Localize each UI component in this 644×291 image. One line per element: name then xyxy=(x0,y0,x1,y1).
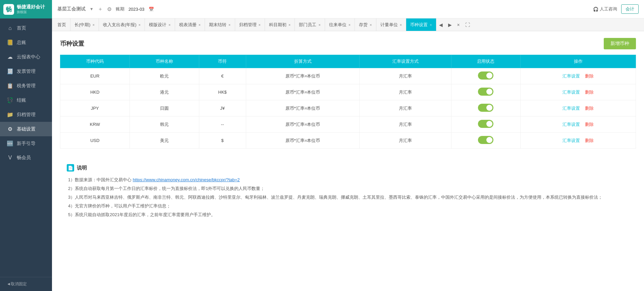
tab-balance[interactable]: 长(中期) × xyxy=(70,18,99,31)
cell-method: 原币*汇率=本位币 xyxy=(246,84,360,100)
delete-link[interactable]: 删除 xyxy=(585,138,594,143)
account-button[interactable]: 会计 xyxy=(621,4,639,14)
tab-close-period-end[interactable]: × xyxy=(228,23,230,27)
cell-symbol: J¥ xyxy=(199,100,246,116)
tab-expand[interactable]: ⛶ xyxy=(463,18,473,31)
calendar-icon[interactable]: 📅 xyxy=(149,7,154,12)
tab-home[interactable]: 首页 xyxy=(53,18,70,31)
cell-code: USD xyxy=(60,133,130,149)
sidebar-item-tax[interactable]: 📋 税务管理 xyxy=(0,79,52,93)
sidebar-item-settlement[interactable]: 💱 结账 xyxy=(0,93,52,107)
toggle-enabled[interactable] xyxy=(478,104,493,112)
col-header: 汇率设置方式 xyxy=(360,55,451,68)
sidebar-item-home[interactable]: ⌂ 首页 xyxy=(0,21,52,35)
cell-name: 日圆 xyxy=(129,100,199,116)
tab-label-subjects: 科目期初 xyxy=(269,22,286,28)
tab-contacts[interactable]: 往来单位 × xyxy=(325,18,355,31)
support-button[interactable]: 🎧 人工咨询 xyxy=(593,6,617,12)
tab-close-currency[interactable]: × xyxy=(430,23,432,27)
tab-close-balance[interactable]: × xyxy=(93,23,95,27)
cell-method: 原币*汇率=本位币 xyxy=(246,116,360,133)
sidebar-item-member[interactable]: V 畅会员 xyxy=(0,151,52,165)
sidebar-item-guide[interactable]: 🆕 新手引导 xyxy=(0,136,52,151)
sidebar-item-invoice[interactable]: 🧾 发票管理 xyxy=(0,64,52,79)
new-currency-button[interactable]: 新增币种 xyxy=(604,38,636,49)
sidebar-item-settings[interactable]: ⚙ 基础设置 xyxy=(0,122,52,136)
tab-close-inventory[interactable]: × xyxy=(370,23,372,27)
tab-unit[interactable]: 计量单位 × xyxy=(376,18,406,31)
tab-label-balance: 长(中期) xyxy=(74,22,91,28)
tab-department[interactable]: 部门员工 × xyxy=(295,18,325,31)
cell-name: 欧元 xyxy=(129,68,199,84)
tab-subjects[interactable]: 科目期初 × xyxy=(265,18,295,31)
sidebar-label-invoice: 发票管理 xyxy=(17,68,36,75)
delete-link[interactable]: 删除 xyxy=(585,90,594,95)
tab-label-currency: 币种设置 xyxy=(410,22,428,28)
delete-link[interactable]: 删除 xyxy=(585,74,594,79)
tab-close-contacts[interactable]: × xyxy=(348,23,351,27)
logo-icon: 畅 xyxy=(3,4,14,15)
tab-archive[interactable]: 归档管理 × xyxy=(235,18,265,31)
tab-close-template[interactable]: × xyxy=(168,23,170,27)
delete-link[interactable]: 删除 xyxy=(585,122,594,127)
tab-tax[interactable]: 税表清册 × xyxy=(175,18,205,31)
table-row: KRW 韩元 -- 原币*汇率=本位币 月汇率 汇率设置 删除 xyxy=(60,116,636,133)
sidebar-footer-toggle[interactable]: ◄取消固定 xyxy=(0,277,52,291)
col-header: 操作 xyxy=(521,55,636,68)
logo-name: 畅捷通好会计 xyxy=(17,4,45,10)
sidebar-item-reports[interactable]: ☁ 云报表中心 xyxy=(0,50,52,64)
sidebar-nav: ⌂ 首页📒 总账☁ 云报表中心🧾 发票管理📋 税务管理💱 结账📁 归档管理⚙ 基… xyxy=(0,18,52,277)
header-right: 🎧 人工咨询 会计 xyxy=(593,4,639,14)
logo-sub: 旗舰版 xyxy=(17,10,45,14)
rate-settings-link[interactable]: 汇率设置 xyxy=(562,74,580,79)
cell-actions: 汇率设置 删除 xyxy=(521,100,636,116)
cell-name: 港元 xyxy=(129,84,199,100)
tab-income[interactable]: 收入支出表(年报) × xyxy=(99,18,145,31)
tab-close-archive[interactable]: × xyxy=(259,23,261,27)
tab-next[interactable]: ▶ xyxy=(445,18,454,31)
tab-currency[interactable]: 币种设置 × xyxy=(406,18,436,31)
sidebar-icon-settlement: 💱 xyxy=(7,97,13,103)
cell-rate-type: 月汇率 xyxy=(360,68,451,84)
add-company-btn[interactable]: ＋ xyxy=(98,6,103,13)
tab-close-all[interactable]: × xyxy=(454,18,463,31)
cell-method: 原币*汇率=本位币 xyxy=(246,133,360,149)
tab-label-contacts: 往来单位 xyxy=(329,22,346,28)
sidebar-item-ledger[interactable]: 📒 总账 xyxy=(0,35,52,50)
sidebar-item-archive[interactable]: 📁 归档管理 xyxy=(0,107,52,122)
rate-settings-link[interactable]: 汇率设置 xyxy=(562,90,580,95)
cell-method: 原币*汇率=本位币 xyxy=(246,68,360,84)
tab-label-inventory: 存货 xyxy=(359,22,368,28)
toggle-enabled[interactable] xyxy=(478,88,493,96)
sidebar-label-archive: 归档管理 xyxy=(17,112,36,118)
tab-close-income[interactable]: × xyxy=(139,23,141,27)
tab-inventory[interactable]: 存货 × xyxy=(355,18,376,31)
settings-icon[interactable]: ⚙ xyxy=(107,6,112,12)
col-header: 折算方式 xyxy=(246,55,360,68)
tab-period-end[interactable]: 期末结转 × xyxy=(205,18,235,31)
sidebar-icon-member: V xyxy=(7,155,13,161)
tab-close-unit[interactable]: × xyxy=(400,23,402,27)
description-link[interactable]: https://www.chinamoney.com.cn/chinese/bk… xyxy=(133,177,240,182)
tab-prev[interactable]: ◀ xyxy=(436,18,445,31)
sidebar-icon-reports: ☁ xyxy=(7,54,13,60)
sidebar-icon-tax: 📋 xyxy=(7,83,13,89)
tab-close-department[interactable]: × xyxy=(318,23,320,27)
tab-close-subjects[interactable]: × xyxy=(288,23,290,27)
delete-link[interactable]: 删除 xyxy=(585,106,594,111)
cell-rate-type: 月汇率 xyxy=(360,100,451,116)
sidebar-label-tax: 税务管理 xyxy=(17,83,36,89)
toggle-enabled[interactable] xyxy=(478,136,493,144)
tab-label-income: 收入支出表(年报) xyxy=(103,22,137,28)
headset-icon: 🎧 xyxy=(593,7,598,12)
tab-template[interactable]: 模版设计 × xyxy=(145,18,175,31)
rate-settings-link[interactable]: 汇率设置 xyxy=(562,138,580,143)
tab-label-department: 部门员工 xyxy=(299,22,316,28)
rate-settings-link[interactable]: 汇率设置 xyxy=(562,122,580,127)
toggle-enabled[interactable] xyxy=(478,71,493,80)
toggle-enabled[interactable] xyxy=(478,120,493,128)
company-dropdown-icon[interactable]: ▼ xyxy=(90,7,94,11)
tab-close-tax[interactable]: × xyxy=(199,23,201,27)
cell-rate-type: 月汇率 xyxy=(360,133,451,149)
rate-settings-link[interactable]: 汇率设置 xyxy=(562,106,580,111)
